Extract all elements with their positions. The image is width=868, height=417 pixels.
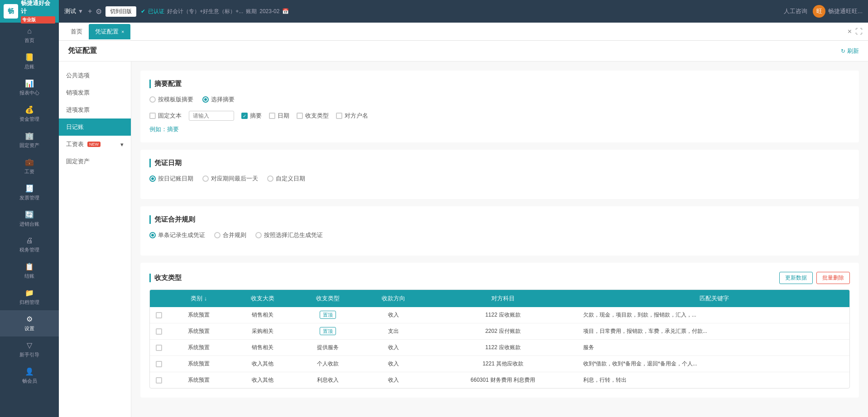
sidebar-item-invoice[interactable]: 🧾 发票管理 [0,180,59,206]
cell-checkbox-3[interactable] [150,356,168,372]
radio-journal-date[interactable]: 按日记账日期 [149,175,193,183]
tab-home[interactable]: 首页 [64,24,89,39]
sidebar-item-archive[interactable]: 📁 归档管理 [0,284,59,310]
sidebar-item-member[interactable]: 👤 畅会员 [0,363,59,389]
batch-delete-button[interactable]: 批量删除 [816,272,850,284]
consultant-label[interactable]: 人工咨询 [784,7,807,15]
main-area: 测试 ▼ + ⚙ 切到旧版 ✔ 已认证 好会计（专）+好生意（标）+... 账期… [59,0,868,417]
row-checkbox-1[interactable] [156,328,162,335]
radio-template[interactable]: 按模板版摘要 [149,95,193,104]
cell-major-4: 收入其他 [230,372,295,389]
th-keywords: 匹配关键字 [580,290,849,307]
sidebar-item-settle[interactable]: 📋 结账 [0,258,59,284]
cell-checkbox-0[interactable] [150,307,168,323]
cell-account-4: 660301 财务费用 利息费用 [427,372,580,389]
refresh-button[interactable]: ↻ 刷新 [841,47,859,55]
product-tags: 好会计（专）+好生意（标）+... [167,8,243,15]
voucher-date-title: 凭证日期 [149,159,850,167]
top-tag-0[interactable]: 置顶 [320,311,336,319]
checkbox-box-date [269,113,275,119]
row-checkbox-3[interactable] [156,361,162,367]
summary-radio-group: 按模板版摘要 选择摘要 [149,95,850,104]
th-category: 类别 ↓ [168,290,230,307]
topbar-tags: ✔ 已认证 好会计（专）+好生意（标）+... 账期 2023-02 📅 [141,8,779,15]
select-all-checkbox[interactable] [156,295,162,302]
chevron-down-icon: ▾ [120,141,124,148]
fixed-text-input[interactable] [189,111,234,121]
sidebar-item-assets[interactable]: 🏢 固定资产 [0,127,59,153]
add-icon[interactable]: + [88,7,92,15]
funds-icon: 💰 [25,105,34,114]
th-direction: 收款方向 [361,290,427,307]
radio-merge[interactable]: 合并规则 [214,231,246,239]
checkbox-summary[interactable]: ✓ 摘要 [241,112,262,120]
home-icon: ⌂ [27,27,32,35]
username: 畅捷通旺旺... [828,7,863,15]
cell-checkbox-2[interactable] [150,340,168,356]
nav-item-public[interactable]: 公共选项 [59,67,131,84]
cell-keywords-3: 收到*借款，收到*备用金，退回*备用金，个人... [580,356,849,372]
sidebar-item-guide[interactable]: ▽ 新手引导 [0,336,59,363]
radio-select[interactable]: 选择摘要 [202,95,235,104]
user-menu[interactable]: 旺 畅捷通旺旺... [813,5,863,18]
logo-text: 畅捷通好会计 专业版 [21,0,55,24]
cell-account-2: 1122 应收账款 [427,340,580,356]
checkbox-box-fixed [149,113,156,119]
row-checkbox-2[interactable] [156,345,162,351]
cell-category-2: 系统预置 [168,340,230,356]
guide-icon: ▽ [27,341,32,350]
cell-checkbox-4[interactable] [150,372,168,389]
checkbox-fixed-text[interactable]: 固定文本 [149,112,182,120]
nav-item-journal[interactable]: 日记账 [59,118,131,136]
radio-circle-journal-date [149,175,156,182]
sidebar-item-ledger[interactable]: 📒 总账 [0,48,59,75]
nav-item-payroll[interactable]: 工资表 NEW ▾ [59,136,131,153]
sidebar-item-purchase-sales[interactable]: 🔄 进销台账 [0,206,59,232]
tab-voucher-config[interactable]: 凭证配置 × [89,24,130,39]
table-row: 系统预置 收入其他 利息收入 收入 660301 财务费用 利息费用 利息，行转… [150,372,849,389]
row-checkbox-4[interactable] [156,377,162,384]
tab-close-icon[interactable]: × [121,29,124,34]
th-checkbox [150,290,168,307]
row-checkbox-0[interactable] [156,312,162,318]
company-name[interactable]: 测试 ▼ [64,7,83,15]
nav-item-purchase-invoice[interactable]: 进项发票 [59,101,131,118]
nav-item-fixed-assets[interactable]: 固定资产 [59,153,131,170]
sidebar-item-home[interactable]: ⌂ 首页 [0,23,59,48]
sidebar-item-settings[interactable]: ⚙ 设置 [0,310,59,336]
payroll-icon: 💼 [25,158,34,166]
period-value: 2023-02 [259,8,279,14]
calendar-icon[interactable]: 📅 [282,8,289,14]
nav-item-sales-invoice[interactable]: 销项发票 [59,84,131,101]
th-major: 收支大类 [230,290,295,307]
sidebar-item-funds[interactable]: 💰 资金管理 [0,101,59,127]
switch-version-button[interactable]: 切到旧版 [106,6,136,17]
top-tag-1[interactable]: 置顶 [320,327,336,335]
update-data-button[interactable]: 更新数据 [779,272,813,284]
expand-window-button[interactable]: ⛶ [855,28,863,36]
sidebar-item-tax[interactable]: 🖨 税务管理 [0,232,59,258]
checkbox-counterparty[interactable]: 对方户名 [336,112,368,120]
purchase-sales-icon: 🔄 [25,210,34,219]
summary-config-title: 摘要配置 [149,80,850,88]
cell-direction-2: 收入 [361,340,427,356]
sidebar: 畅 畅捷通好会计 专业版 ⌂ 首页 📒 总账 📊 报表中心 💰 资金管理 🏢 固… [0,0,59,417]
cell-account-1: 2202 应付账款 [427,323,580,340]
cell-direction-3: 收入 [361,356,427,372]
radio-custom-date[interactable]: 自定义日期 [267,175,305,183]
sidebar-item-reports[interactable]: 📊 报表中心 [0,75,59,101]
tabs-bar-controls: × ⛶ [848,28,863,36]
summary-checkbox-group: 固定文本 ✓ 摘要 日期 收支类型 [149,111,850,121]
radio-select-total[interactable]: 按照选择汇总生成凭证 [255,231,323,239]
close-window-button[interactable]: × [848,28,852,36]
radio-single[interactable]: 单条记录生成凭证 [149,231,205,239]
settings-gear-icon[interactable]: ⚙ [96,7,102,16]
checkbox-type[interactable]: 收支类型 [297,112,329,120]
cell-major-2: 销售相关 [230,340,295,356]
sidebar-item-payroll[interactable]: 💼 工资 [0,153,59,180]
radio-period-last[interactable]: 对应期间最后一天 [202,175,258,183]
cell-checkbox-1[interactable] [150,323,168,340]
checkbox-date[interactable]: 日期 [269,112,289,120]
checkbox-box-summary: ✓ [241,113,248,119]
table-row: 系统预置 收入其他 个人收款 收入 1221 其他应收款 收到*借款，收到*备用… [150,356,849,372]
